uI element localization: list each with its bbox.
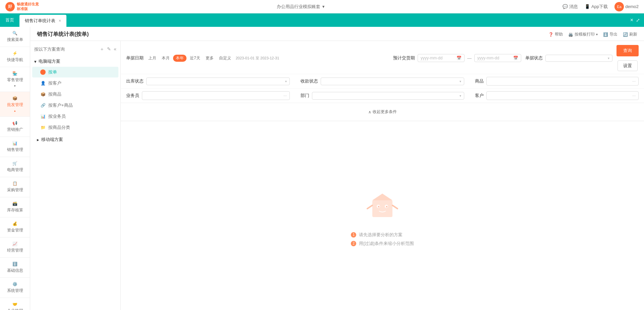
topbar-left: 好 畅捷通好生意 标准版	[5, 2, 39, 11]
department-cell: 部门 ▾	[295, 89, 470, 103]
doc-status-arrow: ▾	[608, 56, 609, 60]
left-panel: 按以下方案查询 ＋ ✎ « ▾ 电脑端方案 按 按单	[30, 41, 121, 310]
sidebar-item-basic-info[interactable]: ℹ️ 基础信息	[0, 258, 30, 278]
sidebar-item-operations[interactable]: 📈 经营管理	[0, 238, 30, 258]
title-arrow-icon: ▾	[322, 4, 325, 9]
settings-button[interactable]: 设置	[618, 60, 638, 71]
expected-date-start[interactable]: yyyy-mm-dd 📅	[418, 54, 465, 62]
expected-date-end[interactable]: yyyy-mm-dd 📅	[474, 54, 521, 62]
out-status-arrow: ▾	[285, 80, 287, 83]
page-title: 销售订单统计表(按单)	[37, 31, 89, 38]
payment-status-cell: 收款状态 ▾	[295, 74, 470, 88]
sidebar-item-search-menu[interactable]: 🔍 搜索菜单	[0, 27, 30, 47]
sidebar-item-ecommerce[interactable]: 🛒 电商管理	[0, 157, 30, 177]
date-dash: —	[467, 56, 472, 61]
department-select[interactable]: ▾	[312, 92, 464, 100]
date-btn-this-year[interactable]: 本年	[173, 55, 186, 62]
collapse-btn[interactable]: ∧ 收起更多条件	[124, 106, 641, 117]
payment-status-label: 收款状态	[301, 78, 318, 84]
scheme-by-customer-goods[interactable]: 🔗 按客户+商品	[32, 100, 118, 111]
by-goods-icon: 📦	[40, 92, 46, 97]
scheme-by-order[interactable]: 按 按单	[32, 67, 118, 78]
tab-home[interactable]: 首页	[0, 13, 19, 27]
collapse-icon: ∧	[368, 110, 371, 114]
by-goods-category-icon: 📁	[40, 125, 46, 130]
date-range-display: 2023-01-01 至 2023-12-31	[236, 56, 279, 61]
purchase-icon: 📋	[12, 181, 17, 186]
topbar: 好 畅捷通好生意 标准版 办公用品行业模拟账套 ▾ 💬 消息 📱 App下载 E…	[0, 0, 644, 13]
date-btn-custom[interactable]: 自定义	[217, 55, 233, 62]
pc-expand-icon: ▾	[34, 59, 37, 64]
sidebar-item-enterprise[interactable]: 🤝 企业协同	[0, 298, 30, 310]
search-menu-icon: 🔍	[12, 31, 17, 36]
payment-status-select[interactable]: ▾	[321, 78, 464, 85]
sidebar-item-system[interactable]: ⚙️ 系统管理	[0, 278, 30, 298]
salesman-input[interactable]: ···	[142, 91, 290, 100]
filter-area: 单据日期 上月 本月 本年 近7天 更多 自定义 2023-01-01 至 20…	[121, 41, 644, 121]
out-status-select[interactable]: ▾	[146, 78, 290, 85]
sidebar-item-finance[interactable]: 💰 资金管理	[0, 217, 30, 238]
svg-line-7	[392, 205, 397, 209]
sidebar-item-quick-nav[interactable]: ⚡ 快捷导航	[0, 47, 30, 67]
pc-solutions-header[interactable]: ▾ 电脑端方案	[30, 56, 120, 66]
calendar-start-icon: 📅	[457, 56, 462, 60]
date-btn-7days[interactable]: 近7天	[188, 55, 202, 62]
scheme-by-goods[interactable]: 📦 按商品	[32, 89, 118, 100]
sidebar-item-sales-mgmt[interactable]: 📊 销售管理	[0, 137, 30, 157]
scheme-by-goods-category[interactable]: 📁 按商品分类	[32, 122, 118, 133]
sidebar-item-wholesale-mgmt[interactable]: 📦 批发管理 ▴	[0, 92, 30, 117]
left-panel-header: 按以下方案查询 ＋ ✎ «	[30, 45, 120, 55]
app-title[interactable]: 办公用品行业模拟账套 ▾	[277, 4, 325, 10]
date-filter-group: 单据日期 上月 本月 本年 近7天 更多 自定义 2023-01-01 至 20…	[126, 55, 279, 62]
collapse-panel-icon[interactable]: «	[114, 46, 116, 52]
template-print-btn[interactable]: 🖨️ 按模板打印 ▾	[568, 32, 598, 37]
tab-sales-order-stats[interactable]: 销售订单统计表 ×	[19, 15, 66, 27]
sidebar: 🔍 搜索菜单 ⚡ 快捷导航 🏪 零售管理 ▾ 📦 批发管理 ▴ 📢 营销推广 📊…	[0, 27, 30, 310]
customer-cell: 客户 ···	[470, 89, 644, 103]
inner-layout: 按以下方案查询 ＋ ✎ « ▾ 电脑端方案 按 按单	[30, 41, 644, 310]
user-menu[interactable]: Ea demo2	[614, 2, 639, 11]
export-btn[interactable]: ⬇️ 导出	[603, 32, 618, 37]
goods-cell: 商品 ···	[470, 74, 644, 88]
edit-scheme-icon[interactable]: ✎	[107, 46, 111, 52]
goods-input[interactable]: ···	[486, 77, 639, 86]
window-maximize-icon[interactable]: ⤢	[636, 17, 640, 23]
tip1-number: 1	[351, 232, 356, 238]
refresh-btn[interactable]: 🔄 刷新	[623, 32, 637, 37]
svg-point-4	[378, 206, 379, 207]
by-salesman-icon: 📊	[40, 114, 46, 119]
customer-dots: ···	[632, 93, 636, 98]
add-scheme-icon[interactable]: ＋	[100, 46, 104, 52]
sidebar-item-inventory[interactable]: 🗃️ 库存核算	[0, 197, 30, 217]
tab-controls: × ⤢	[630, 17, 644, 23]
date-btn-this-month[interactable]: 本月	[160, 55, 172, 62]
tabbar: 首页 销售订单统计表 × × ⤢	[0, 13, 644, 27]
date-end-placeholder: yyyy-mm-dd	[477, 56, 499, 60]
marketing-icon: 📢	[12, 121, 17, 125]
collapse-row: ∧ 收起更多条件	[121, 103, 644, 121]
svg-line-6	[367, 205, 372, 209]
mobile-solutions-header[interactable]: ▸ 移动端方案	[30, 135, 120, 145]
message-btn[interactable]: 💬 消息	[562, 4, 578, 10]
export-icon: ⬇️	[603, 32, 608, 37]
tip2-number: 2	[351, 241, 356, 246]
sidebar-item-marketing[interactable]: 📢 营销推广	[0, 117, 30, 137]
help-btn[interactable]: ❓ 帮助	[548, 32, 563, 37]
query-button[interactable]: 查询	[616, 45, 639, 56]
date-btn-last-month[interactable]: 上月	[146, 55, 158, 62]
window-close-icon[interactable]: ×	[630, 17, 633, 23]
filter-row-3: 业务员 ··· 部门 ▾	[121, 88, 644, 103]
calendar-end-icon: 📅	[513, 56, 518, 60]
scheme-by-salesman[interactable]: 📊 按业务员	[32, 111, 118, 122]
doc-status-select[interactable]: ▾	[545, 55, 612, 62]
left-panel-icons: ＋ ✎ «	[100, 46, 116, 52]
customer-input[interactable]: ···	[486, 91, 639, 100]
date-btn-more[interactable]: 更多	[204, 55, 216, 62]
department-arrow: ▾	[460, 94, 461, 98]
content-area: 销售订单统计表(按单) ❓ 帮助 🖨️ 按模板打印 ▾ ⬇️ 导出 🔄 刷新	[30, 27, 644, 310]
sidebar-item-retail-mgmt[interactable]: 🏪 零售管理 ▾	[0, 67, 30, 92]
app-download-btn[interactable]: 📱 App下载	[585, 4, 608, 10]
tab-close-icon[interactable]: ×	[59, 18, 61, 23]
sidebar-item-purchase[interactable]: 📋 采购管理	[0, 177, 30, 197]
scheme-by-customer[interactable]: 👤 按客户	[32, 78, 118, 89]
